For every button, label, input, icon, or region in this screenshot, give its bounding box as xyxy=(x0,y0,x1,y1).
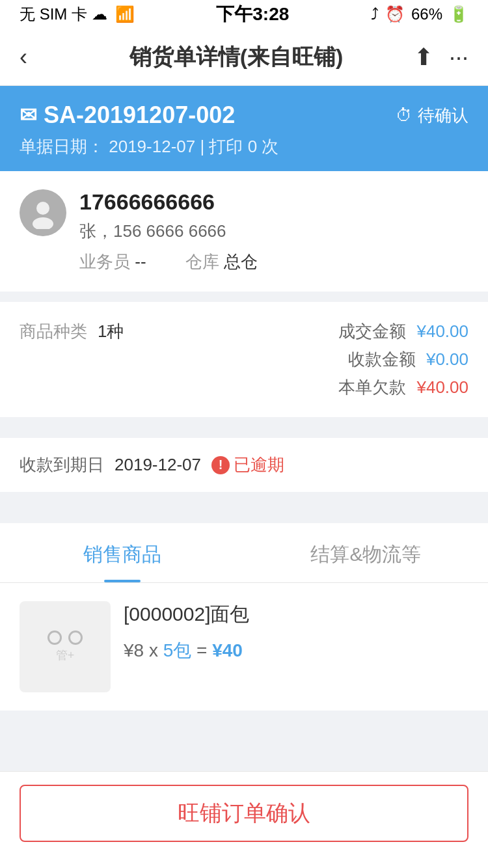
status-text: 待确认 xyxy=(418,104,468,127)
email-icon: ✉ xyxy=(20,103,37,128)
amount-row: 成交金额 ¥40.00 xyxy=(338,320,468,343)
debt-row: 本单欠款 ¥40.00 xyxy=(338,376,468,399)
tab-settlement[interactable]: 结算&物流等 xyxy=(244,523,488,582)
bottom-bar: 旺铺订单确认 xyxy=(0,771,488,868)
order-status: ⏱ 待确认 xyxy=(396,104,468,127)
summary-left: 商品种类 1种 xyxy=(20,320,338,343)
divider-3 xyxy=(0,502,488,513)
wifi-icon: 📶 xyxy=(115,5,135,23)
svg-point-0 xyxy=(36,202,49,215)
customer-meta: 业务员 -- 仓库 总仓 xyxy=(79,251,468,273)
battery-text: 66% xyxy=(411,5,442,23)
product-total: ¥40 xyxy=(212,640,243,660)
order-id-text: SA-20191207-002 xyxy=(44,102,235,129)
nav-actions: ⬆ ··· xyxy=(414,44,468,71)
product-info: [0000002]面包 ¥8 x 5包 = ¥40 xyxy=(124,601,468,663)
alarm-icon: ⏰ xyxy=(385,5,405,23)
summary-right: 成交金额 ¥40.00 收款金额 ¥0.00 本单欠款 ¥40.00 xyxy=(338,320,468,399)
due-date-value: 2019-12-07 xyxy=(115,455,201,475)
status-left: 无 SIM 卡 ☁ 📶 xyxy=(20,4,135,25)
tabs-bar: 销售商品 结算&物流等 xyxy=(0,523,488,583)
summary-section: 商品种类 1种 成交金额 ¥40.00 收款金额 ¥0.00 本单欠款 ¥40.… xyxy=(0,302,488,417)
more-icon[interactable]: ··· xyxy=(449,44,468,71)
overdue-text: 已逾期 xyxy=(234,454,284,476)
product-item: 管+ [0000002]面包 ¥8 x 5包 = ¥40 xyxy=(0,583,488,711)
divider-1 xyxy=(0,292,488,302)
due-label: 收款到期日 xyxy=(20,454,104,476)
clock-icon: ⏱ xyxy=(396,105,413,126)
price-text: ¥8 x xyxy=(124,640,163,660)
owl-text: 管+ xyxy=(56,647,75,663)
warehouse-label: 仓库 xyxy=(185,252,219,271)
owl-eye-right xyxy=(68,631,83,645)
status-right: ⤴ ⏰ 66% 🔋 xyxy=(371,5,468,23)
customer-info: 17666666666 张，156 6666 6666 业务员 -- 仓库 总仓 xyxy=(79,189,468,273)
page-title: 销货单详情(来自旺铺) xyxy=(129,42,344,72)
person-icon xyxy=(27,197,59,229)
nav-bar: ‹ 销货单详情(来自旺铺) ⬆ ··· xyxy=(0,29,488,86)
owl-eyes xyxy=(47,631,83,645)
overdue-icon: ! xyxy=(211,456,230,474)
warehouse-item: 仓库 总仓 xyxy=(185,251,258,273)
avatar-inner xyxy=(20,189,66,236)
received-label: 收款金额 xyxy=(348,348,416,371)
received-value: ¥0.00 xyxy=(426,349,468,370)
avatar xyxy=(20,189,66,236)
customer-section: 17666666666 张，156 6666 6666 业务员 -- 仓库 总仓 xyxy=(0,171,488,292)
product-thumbnail: 管+ xyxy=(20,601,111,692)
amount-label: 成交金额 xyxy=(338,320,406,343)
owl-logo: 管+ xyxy=(47,631,83,663)
order-date: 单据日期： 2019-12-07 | 打印 0 次 xyxy=(20,135,468,158)
location-icon: ⤴ xyxy=(371,5,379,23)
export-icon[interactable]: ⬆ xyxy=(414,44,433,71)
equals-text: = xyxy=(191,640,212,660)
order-header-card: ✉ SA-20191207-002 ⏱ 待确认 单据日期： 2019-12-07… xyxy=(0,86,488,171)
debt-label: 本单欠款 xyxy=(338,376,406,399)
tab-products[interactable]: 销售商品 xyxy=(0,523,244,582)
owl-eye-left xyxy=(47,631,62,645)
warehouse-value: 总仓 xyxy=(224,252,258,271)
status-time: 下午3:28 xyxy=(216,2,289,27)
product-qty: 5包 xyxy=(163,640,192,660)
salesperson-item: 业务员 -- xyxy=(79,251,146,273)
status-bar: 无 SIM 卡 ☁ 📶 下午3:28 ⤴ ⏰ 66% 🔋 xyxy=(0,0,488,29)
divider-2 xyxy=(0,427,488,438)
salesperson-value: -- xyxy=(135,252,146,271)
type-label: 商品种类 xyxy=(20,320,87,343)
product-price: ¥8 x 5包 = ¥40 xyxy=(124,638,468,663)
sim-text: 无 SIM 卡 ☁ xyxy=(20,4,107,25)
battery-icon: 🔋 xyxy=(449,5,468,23)
overdue-badge: ! 已逾期 xyxy=(211,454,284,476)
customer-name: 张，156 6666 6666 xyxy=(79,220,468,243)
svg-point-1 xyxy=(33,217,53,229)
received-row: 收款金额 ¥0.00 xyxy=(348,348,468,371)
order-header-top: ✉ SA-20191207-002 ⏱ 待确认 xyxy=(20,102,468,129)
due-section: 收款到期日 2019-12-07 ! 已逾期 xyxy=(0,438,488,492)
customer-phone: 17666666666 xyxy=(79,189,468,215)
salesperson-label: 业务员 xyxy=(79,252,130,271)
back-button[interactable]: ‹ xyxy=(20,44,59,71)
type-value: 1种 xyxy=(98,320,124,343)
product-name: [0000002]面包 xyxy=(124,601,468,628)
order-id: ✉ SA-20191207-002 xyxy=(20,102,235,129)
amount-value: ¥40.00 xyxy=(416,321,468,342)
debt-value: ¥40.00 xyxy=(416,377,468,398)
confirm-button[interactable]: 旺铺订单确认 xyxy=(20,785,468,842)
